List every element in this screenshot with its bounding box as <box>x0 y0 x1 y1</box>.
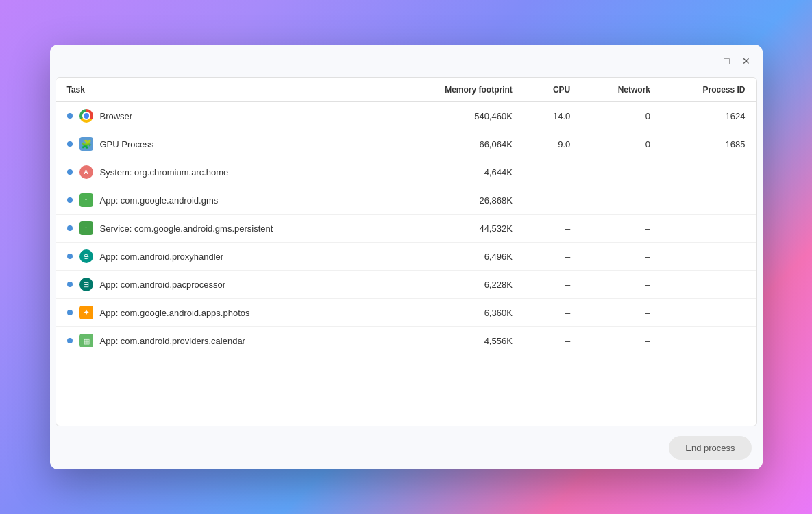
table-row[interactable]: A System: org.chromium.arc.home 4,644K –… <box>56 158 756 186</box>
maximize-button[interactable]: □ <box>722 56 733 66</box>
table-body: Browser 540,460K 14.0 0 1624 🧩 GPU Proce… <box>56 102 756 355</box>
pid-cell <box>661 271 756 299</box>
pid-cell <box>661 215 756 243</box>
task-cell: ⊟ App: com.android.pacprocessor <box>56 271 392 299</box>
task-cell: ✦ App: com.google.android.apps.photos <box>56 299 392 327</box>
process-table-container: Task Memory footprint CPU Network Proces… <box>56 77 757 426</box>
network-cell: – <box>581 215 661 243</box>
pid-cell <box>661 299 756 327</box>
status-dot <box>67 310 73 315</box>
network-cell: – <box>581 158 661 186</box>
col-pid[interactable]: Process ID <box>661 78 756 102</box>
table-row[interactable]: 🧩 GPU Process 66,064K 9.0 0 1685 <box>56 130 756 158</box>
status-dot <box>67 197 73 203</box>
network-cell: 0 <box>581 130 661 158</box>
network-cell: – <box>581 299 661 327</box>
network-cell: 0 <box>581 102 661 130</box>
network-cell: – <box>581 243 661 271</box>
status-dot <box>67 169 73 175</box>
task-cell: 🧩 GPU Process <box>56 130 392 158</box>
process-table: Task Memory footprint CPU Network Proces… <box>56 78 756 354</box>
col-memory[interactable]: Memory footprint <box>392 78 524 102</box>
network-cell: – <box>581 327 661 355</box>
task-name: App: com.google.android.apps.photos <box>100 308 250 318</box>
status-dot <box>67 113 73 119</box>
task-name: GPU Process <box>100 139 154 149</box>
task-name: App: com.google.android.gms <box>100 195 219 206</box>
table-row[interactable]: ↑ App: com.google.android.gms 26,868K – … <box>56 186 756 215</box>
pid-cell: 1624 <box>661 102 756 130</box>
table-row[interactable]: ✦ App: com.google.android.apps.photos 6,… <box>56 299 756 327</box>
task-name: App: com.android.providers.calendar <box>100 336 245 346</box>
pid-cell: 1685 <box>661 130 756 158</box>
status-dot <box>67 254 73 259</box>
cpu-cell: – <box>524 243 581 271</box>
cpu-cell: – <box>524 299 581 327</box>
pid-cell <box>661 327 756 355</box>
col-network[interactable]: Network <box>581 78 661 102</box>
table-row[interactable]: ▦ App: com.android.providers.calendar 4,… <box>56 327 756 355</box>
task-name: App: com.android.proxyhandler <box>100 252 224 262</box>
cpu-cell: 14.0 <box>524 102 581 130</box>
table-row[interactable]: ↑ Service: com.google.android.gms.persis… <box>56 215 756 243</box>
table-header: Task Memory footprint CPU Network Proces… <box>56 78 756 102</box>
memory-cell: 4,556K <box>392 327 524 355</box>
table-row[interactable]: Browser 540,460K 14.0 0 1624 <box>56 102 756 130</box>
cpu-cell: – <box>524 327 581 355</box>
table-row[interactable]: ⊟ App: com.android.pacprocessor 6,228K –… <box>56 271 756 299</box>
status-dot <box>67 141 73 147</box>
memory-cell: 66,064K <box>392 130 524 158</box>
task-cell: A System: org.chromium.arc.home <box>56 158 392 186</box>
memory-cell: 6,496K <box>392 243 524 271</box>
memory-cell: 44,532K <box>392 215 524 243</box>
memory-cell: 26,868K <box>392 186 524 215</box>
status-dot <box>67 225 73 231</box>
col-cpu[interactable]: CPU <box>524 78 581 102</box>
memory-cell: 6,228K <box>392 271 524 299</box>
network-cell: – <box>581 186 661 215</box>
task-cell: ▦ App: com.android.providers.calendar <box>56 327 392 355</box>
task-manager-window: – □ ✕ Task Memory footprint CPU Network … <box>50 45 763 469</box>
table-row[interactable]: ⊖ App: com.android.proxyhandler 6,496K –… <box>56 243 756 271</box>
task-cell: ↑ Service: com.google.android.gms.persis… <box>56 215 392 243</box>
memory-cell: 4,644K <box>392 158 524 186</box>
task-name: App: com.android.pacprocessor <box>100 280 226 290</box>
network-cell: – <box>581 271 661 299</box>
minimize-button[interactable]: – <box>702 56 713 66</box>
pid-cell <box>661 186 756 215</box>
cpu-cell: – <box>524 158 581 186</box>
task-cell: Browser <box>56 102 392 130</box>
task-name: System: org.chromium.arc.home <box>100 167 229 178</box>
memory-cell: 6,360K <box>392 299 524 327</box>
cpu-cell: – <box>524 215 581 243</box>
col-task[interactable]: Task <box>56 78 392 102</box>
cpu-cell: – <box>524 186 581 215</box>
title-bar: – □ ✕ <box>50 45 763 77</box>
end-process-button[interactable]: End process <box>669 436 751 460</box>
task-name: Service: com.google.android.gms.persiste… <box>100 223 273 234</box>
task-name: Browser <box>100 111 133 121</box>
close-button[interactable]: ✕ <box>741 56 752 66</box>
cpu-cell: 9.0 <box>524 130 581 158</box>
task-cell: ↑ App: com.google.android.gms <box>56 186 392 215</box>
cpu-cell: – <box>524 271 581 299</box>
pid-cell <box>661 158 756 186</box>
pid-cell <box>661 243 756 271</box>
footer: End process <box>50 426 763 469</box>
memory-cell: 540,460K <box>392 102 524 130</box>
status-dot <box>67 282 73 287</box>
status-dot <box>67 338 73 343</box>
task-cell: ⊖ App: com.android.proxyhandler <box>56 243 392 271</box>
